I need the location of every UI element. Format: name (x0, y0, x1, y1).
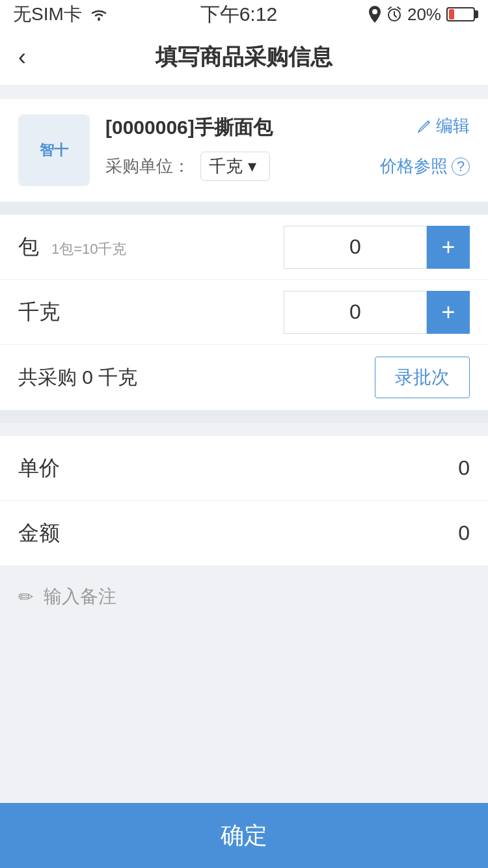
unit-price-row: 单价 0 (0, 436, 488, 501)
bag-input-row: 包 1包=10千克 + (0, 215, 488, 280)
kg-input-row: 千克 + (0, 280, 488, 345)
edit-button[interactable]: 编辑 (418, 115, 470, 137)
purchase-unit-label: 采购单位： (105, 155, 190, 178)
location-icon (368, 6, 381, 23)
status-time: 下午6:12 (200, 1, 277, 28)
bag-input-control: + (284, 226, 470, 269)
bag-sublabel: 1包=10千克 (51, 241, 127, 257)
purchase-unit-row: 采购单位： 千克 ▾ 价格参照 ? (105, 152, 470, 181)
remarks-inner: ✏ 输入备注 (18, 584, 470, 609)
battery-icon (446, 7, 475, 21)
amount-value: 0 (458, 521, 470, 545)
unit-value: 千克 (209, 155, 243, 178)
summary-text: 共采购 0 千克 (18, 364, 137, 391)
price-section: 单价 0 金额 0 (0, 436, 488, 566)
kg-label: 千克 (18, 298, 284, 327)
bag-plus-button[interactable]: + (427, 226, 470, 269)
back-button[interactable]: ‹ (18, 44, 26, 71)
product-card: 智十 [0000006]手撕面包 采购单位： 千克 ▾ 价格参照 ? 编辑 (0, 99, 488, 202)
section-divider-2 (0, 410, 488, 423)
unit-price-value: 0 (458, 456, 470, 480)
price-ref-button[interactable]: 价格参照 ? (380, 155, 470, 178)
quantity-section: 包 1包=10千克 + 千克 + 共采购 0 千克 录批次 (0, 215, 488, 410)
product-name: [0000006]手撕面包 (105, 115, 470, 141)
carrier-label: 无SIM卡 (13, 2, 82, 27)
confirm-button[interactable]: 确定 (0, 803, 488, 868)
bag-quantity-input[interactable] (284, 226, 427, 269)
edit-label: 编辑 (436, 115, 470, 137)
price-ref-help-icon: ? (452, 157, 470, 176)
batch-button[interactable]: 录批次 (375, 357, 470, 398)
svg-point-0 (98, 18, 100, 21)
status-left: 无SIM卡 (13, 2, 109, 27)
page-title: 填写商品采购信息 (156, 42, 332, 72)
kg-input-control: + (284, 291, 470, 334)
nav-bar: ‹ 填写商品采购信息 (0, 29, 488, 86)
section-divider-1 (0, 202, 488, 215)
kg-plus-button[interactable]: + (427, 291, 470, 334)
edit-icon (418, 119, 432, 133)
product-thumbnail: 智十 (18, 115, 90, 186)
status-right: 20% (368, 5, 475, 25)
remarks-section[interactable]: ✏ 输入备注 (0, 566, 488, 696)
unit-select[interactable]: 千克 ▾ (200, 152, 270, 181)
status-bar: 无SIM卡 下午6:12 20% (0, 0, 488, 29)
price-ref-label: 价格参照 (380, 155, 448, 178)
product-thumb-text: 智十 (40, 141, 68, 160)
pencil-icon: ✏ (18, 586, 33, 608)
amount-label: 金额 (18, 519, 60, 548)
battery-percent: 20% (407, 5, 441, 25)
bag-label: 包 1包=10千克 (18, 233, 284, 262)
dropdown-arrow-icon: ▾ (248, 156, 256, 176)
product-info: [0000006]手撕面包 采购单位： 千克 ▾ 价格参照 ? (105, 115, 470, 181)
alarm-icon (386, 6, 402, 23)
amount-row: 金额 0 (0, 501, 488, 566)
summary-row: 共采购 0 千克 录批次 (0, 345, 488, 410)
wifi-icon (88, 7, 109, 22)
unit-price-label: 单价 (18, 454, 60, 483)
remarks-placeholder: 输入备注 (44, 584, 116, 609)
kg-quantity-input[interactable] (284, 291, 427, 334)
